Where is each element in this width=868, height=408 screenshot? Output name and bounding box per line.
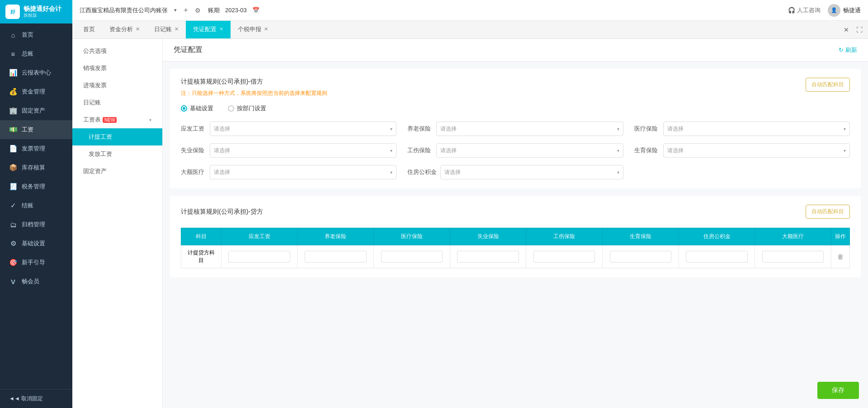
settings-icon: ⚙: [9, 239, 17, 248]
tab-close-tax-report[interactable]: ✕: [264, 26, 268, 32]
refresh-button[interactable]: ↻ 刷新: [839, 46, 857, 54]
sidebar-item-fixed-asset[interactable]: 🏢 固定资产: [0, 101, 72, 120]
input-housing-fund[interactable]: [686, 251, 747, 263]
input-work-injury[interactable]: [533, 251, 595, 263]
close-all-tabs-button[interactable]: ✕: [842, 24, 851, 35]
work-injury-select[interactable]: 请选择 ▾: [436, 143, 623, 158]
radio-department[interactable]: 按部门设置: [228, 104, 266, 113]
inventory-icon: 📦: [9, 164, 17, 172]
tab-close-voucher-config[interactable]: ✕: [219, 26, 223, 32]
sidebar-item-ledger[interactable]: ≡ 总账: [0, 44, 72, 63]
fixed-asset-icon: 🏢: [9, 107, 17, 115]
content-body: 计提核算规则(公司承担)-借方 注：只能选择一种方式，系统将按照您当前的选择来配…: [163, 61, 868, 292]
medical-select[interactable]: 请选择 ▾: [663, 122, 850, 136]
gross-salary-select[interactable]: 请选择 ▾: [210, 122, 396, 136]
col-pension: 养老保险: [297, 228, 374, 245]
left-panel-public[interactable]: 公共选项: [72, 42, 162, 60]
tab-fund-analysis[interactable]: 资金分析 ✕: [102, 21, 147, 38]
cell-unemployment[interactable]: [450, 245, 526, 268]
cell-medical[interactable]: [374, 245, 450, 268]
sidebar-item-salary[interactable]: 💵 工资: [0, 120, 72, 139]
input-large-medical[interactable]: [762, 251, 824, 263]
support-button[interactable]: 🎧 人工咨询: [788, 6, 821, 14]
topbar-right: 🎧 人工咨询 👤 畅捷通: [788, 4, 861, 17]
delete-row-button[interactable]: 🗑: [837, 253, 844, 260]
logo-text: 畅捷通好会计: [24, 5, 61, 13]
sidebar-item-invoice[interactable]: 📄 发票管理: [0, 139, 72, 158]
guide-icon: 🎯: [9, 258, 17, 267]
large-medical-select[interactable]: 请选择 ▾: [210, 165, 396, 179]
maternity-label: 生育保险: [634, 146, 660, 155]
tab-close-fund-analysis[interactable]: ✕: [136, 26, 140, 32]
maternity-select[interactable]: 请选择 ▾: [663, 143, 850, 158]
settings-gear-icon[interactable]: ⚙: [195, 7, 201, 14]
sidebar-item-settings[interactable]: ⚙ 基础设置: [0, 234, 72, 253]
sidebar-logo: 好 畅捷通好会计 旗舰版: [0, 0, 72, 23]
input-gross-salary[interactable]: [228, 251, 290, 263]
left-panel-purchase-invoice[interactable]: 进项发票: [72, 77, 162, 94]
cell-housing-fund[interactable]: [679, 245, 755, 268]
pension-select[interactable]: 请选择 ▾: [436, 122, 623, 136]
housing-fund-select[interactable]: 请选择 ▾: [440, 165, 623, 179]
sidebar-item-archive[interactable]: 🗂 归档管理: [0, 215, 72, 234]
user-menu[interactable]: 👤 畅捷通: [828, 4, 861, 17]
company-name: 江西服宝精品有限责任公司内账张: [80, 6, 168, 14]
sidebar: 好 畅捷通好会计 旗舰版 ⌂ 首页 ≡ 总账 📊 云报表中心 💰 资金管理 🏢 …: [0, 0, 72, 408]
period-label: 账期: [208, 6, 220, 14]
cell-pension[interactable]: [297, 245, 374, 268]
left-panel-fixed-asset[interactable]: 固定资产: [72, 163, 162, 180]
cell-gross-salary[interactable]: [221, 245, 297, 268]
credit-auto-match-button[interactable]: 自动匹配科目: [806, 205, 850, 219]
sidebar-item-vip[interactable]: V 畅会员: [0, 272, 72, 291]
col-medical: 医疗保险: [374, 228, 450, 245]
unemployment-label: 失业保险: [181, 146, 206, 155]
left-panel-payroll[interactable]: 工资表 NEW ▾: [72, 111, 162, 128]
credit-table: 科目 应发工资 养老保险 医疗保险 失业保险 工伤保险 生育保险 住房公积金 大…: [181, 228, 850, 268]
tab-voucher-config[interactable]: 凭证配置 ✕: [186, 21, 231, 38]
input-medical[interactable]: [381, 251, 443, 263]
content-area: 公共选项 销项发票 进项发票 日记账 工资表 NEW ▾ 计提工资 发放工资: [72, 39, 868, 408]
sidebar-item-tax[interactable]: 🧾 税务管理: [0, 177, 72, 196]
headset-icon: 🎧: [788, 7, 795, 14]
cell-work-injury[interactable]: [526, 245, 603, 268]
cell-subject: 计提贷方科目: [181, 245, 222, 268]
calendar-icon[interactable]: 📅: [252, 7, 259, 14]
unemployment-select[interactable]: 请选择 ▾: [210, 143, 396, 158]
left-panel-sales-invoice[interactable]: 销项发票: [72, 60, 162, 77]
debit-auto-match-button[interactable]: 自动匹配科目: [806, 78, 850, 92]
sidebar-item-checkout[interactable]: ✓ 结账: [0, 196, 72, 215]
cell-maternity[interactable]: [603, 245, 679, 268]
left-panel-accrual[interactable]: 计提工资: [72, 128, 162, 145]
housing-fund-arrow: ▾: [617, 170, 619, 175]
left-panel-diary[interactable]: 日记账: [72, 94, 162, 111]
left-panel-pay-salary[interactable]: 发放工资: [72, 145, 162, 163]
company-dropdown-icon[interactable]: ▾: [174, 7, 177, 13]
tab-diary[interactable]: 日记账 ✕: [147, 21, 186, 38]
save-button[interactable]: 保存: [817, 382, 859, 399]
cancel-fixed-button[interactable]: ◄◄ 取消固定: [0, 389, 72, 408]
tax-icon: 🧾: [9, 183, 17, 191]
tab-close-diary[interactable]: ✕: [175, 26, 179, 32]
input-unemployment[interactable]: [457, 251, 519, 263]
left-panel: 公共选项 销项发票 进项发票 日记账 工资表 NEW ▾ 计提工资 发放工资: [72, 39, 163, 408]
tab-home[interactable]: 首页: [76, 21, 102, 38]
sidebar-item-guide[interactable]: 🎯 新手引导: [0, 253, 72, 272]
pension-label: 养老保险: [407, 125, 433, 133]
input-pension[interactable]: [305, 251, 366, 263]
sidebar-item-cloud-report[interactable]: 📊 云报表中心: [0, 63, 72, 82]
save-btn-container: 保存: [817, 382, 859, 399]
tabbar-actions: ✕ ⛶: [842, 21, 864, 38]
sidebar-item-home[interactable]: ⌂ 首页: [0, 25, 72, 44]
work-injury-arrow: ▾: [617, 148, 619, 153]
input-maternity[interactable]: [610, 251, 671, 263]
radio-basic[interactable]: 基础设置: [181, 104, 213, 113]
sidebar-item-inventory[interactable]: 📦 库存核算: [0, 158, 72, 177]
add-company-button[interactable]: ＋: [182, 5, 189, 15]
tab-tax-report[interactable]: 个税申报 ✕: [231, 21, 275, 38]
col-subject: 科目: [181, 228, 222, 245]
ledger-icon: ≡: [9, 50, 17, 58]
credit-section-title: 计提核算规则(公司承担)-贷方: [181, 208, 263, 216]
cell-large-medical[interactable]: [755, 245, 831, 268]
expand-tabs-button[interactable]: ⛶: [854, 24, 864, 35]
sidebar-item-fund[interactable]: 💰 资金管理: [0, 82, 72, 101]
